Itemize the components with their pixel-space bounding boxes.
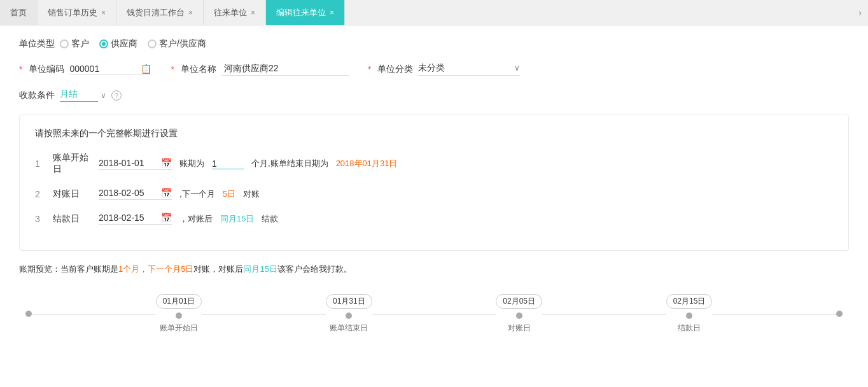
month-input[interactable] xyxy=(212,158,244,169)
period-suffix-3-pre: ，对账后 xyxy=(179,213,213,225)
period-end-date-1: 2018年01月31日 xyxy=(336,158,398,169)
tl-label-3: 对账日 xyxy=(508,323,531,334)
unit-code-label: 单位编码 xyxy=(29,64,64,75)
tab-sales-history-label: 销售订单历史 xyxy=(48,7,97,18)
period-num-2: 2 xyxy=(35,189,45,199)
tab-sales-history[interactable]: 销售订单历史 × xyxy=(38,0,116,25)
tl-node-2: 01月31日 账单结束日 xyxy=(326,294,372,334)
unit-type-label: 单位类型 xyxy=(19,38,55,50)
radio-circle-customer xyxy=(60,39,69,48)
period-num-3: 3 xyxy=(35,214,45,224)
unit-category-value: 未分类 xyxy=(418,62,445,74)
tl-badge-4: 02月15日 xyxy=(666,294,713,309)
period-date-3: 📅 xyxy=(99,213,172,225)
payment-condition-label: 收款条件 xyxy=(19,90,55,101)
radio-both-label: 客户/供应商 xyxy=(159,38,206,50)
tab-cash-work-label: 钱货日清工作台 xyxy=(127,7,185,18)
radio-customer[interactable]: 客户 xyxy=(60,38,89,50)
unit-name-label: 单位名称 xyxy=(181,64,216,75)
tl-dot-3 xyxy=(516,313,522,319)
unit-type-row: 单位类型 客户 供应商 客户/供应商 xyxy=(19,38,849,50)
tab-home[interactable]: 首页 xyxy=(0,0,38,25)
preview-payment: 同月15日 xyxy=(243,264,277,274)
payment-select-wrap[interactable]: 月结 ∨ xyxy=(60,88,106,102)
radio-circle-supplier xyxy=(99,39,108,48)
close-edit-partner[interactable]: × xyxy=(330,8,334,17)
close-partner[interactable]: × xyxy=(251,8,255,17)
tl-line-0 xyxy=(32,314,156,314)
tl-label-1: 账单开始日 xyxy=(160,323,198,334)
payment-condition-group: 收款条件 月结 ∨ ? xyxy=(19,88,122,102)
radio-circle-both xyxy=(148,39,157,48)
payment-condition-row: 收款条件 月结 ∨ ? xyxy=(19,88,849,102)
tl-node-3: 02月05日 对账日 xyxy=(496,294,542,334)
main-content: 单位类型 客户 供应商 客户/供应商 * 单位编码 xyxy=(0,25,868,387)
tl-dot-1 xyxy=(176,313,182,319)
radio-supplier-label: 供应商 xyxy=(111,38,137,50)
preview-reconcile: 下一个月5日 xyxy=(148,264,193,274)
period-field-2: 对账日 xyxy=(53,188,91,200)
unit-code-icon[interactable]: 📋 xyxy=(141,64,151,74)
period-date-1: 📅 xyxy=(99,158,172,170)
tab-partner[interactable]: 往来单位 × xyxy=(204,0,266,25)
period-calendar-3[interactable]: 📅 xyxy=(161,213,172,223)
period-date-2: 📅 xyxy=(99,188,172,200)
period-field-1: 账单开始日 xyxy=(53,152,91,175)
period-suffix-2-highlight: 5日 xyxy=(223,188,235,200)
period-suffix-3-highlight: 同月15日 xyxy=(220,213,254,225)
timeline-line: 01月01日 账单开始日 01月31日 账单结束日 02月05日 对账日 0 xyxy=(25,294,843,334)
unit-type-group: 单位类型 客户 供应商 客户/供应商 xyxy=(19,38,206,50)
tl-end-circle xyxy=(836,311,843,317)
tl-badge-1: 01月01日 xyxy=(156,294,202,309)
period-num-1: 1 xyxy=(35,158,45,169)
tab-edit-partner[interactable]: 编辑往来单位 × xyxy=(266,0,345,25)
tl-end-dot xyxy=(836,311,843,317)
tl-line-1 xyxy=(202,314,326,314)
payment-condition-value: 月结 xyxy=(60,88,98,102)
tab-more-icon: › xyxy=(858,8,862,18)
tl-dot-2 xyxy=(346,313,352,319)
unit-category-group: * 单位分类 未分类 ∨ xyxy=(368,62,520,76)
tl-line-3 xyxy=(542,314,666,314)
close-sales-history[interactable]: × xyxy=(101,8,106,17)
tl-label-2: 账单结束日 xyxy=(330,323,368,334)
close-cash-work[interactable]: × xyxy=(188,8,193,17)
tab-more-button[interactable]: › xyxy=(852,0,868,25)
unit-category-label: 单位分类 xyxy=(377,64,413,75)
unit-code-wrap: 📋 xyxy=(69,64,151,74)
period-suffix-3-post: 结款 xyxy=(262,213,278,225)
tl-start-dot xyxy=(25,311,32,317)
period-suffix-2-post: 对账 xyxy=(243,188,260,200)
period-suffix-2-pre: ,下一个月 xyxy=(179,188,215,200)
period-field-3: 结款日 xyxy=(53,213,91,225)
tl-dot-4 xyxy=(686,313,692,319)
payment-help-icon[interactable]: ? xyxy=(111,90,122,101)
period-date-input-1[interactable] xyxy=(99,158,156,168)
tab-cash-work[interactable]: 钱货日清工作台 × xyxy=(116,0,204,25)
period-calendar-2[interactable]: 📅 xyxy=(161,188,172,198)
unit-type-radios: 客户 供应商 客户/供应商 xyxy=(60,38,206,50)
period-calendar-1[interactable]: 📅 xyxy=(161,158,172,168)
month-input-wrap xyxy=(212,158,244,169)
unit-code-required: * xyxy=(19,64,22,74)
unit-code-input[interactable] xyxy=(69,64,133,74)
preview-mid: 对账，对账后 xyxy=(193,264,243,274)
unit-category-select[interactable]: 未分类 ∨ xyxy=(418,62,520,76)
tl-label-4: 结款日 xyxy=(678,323,701,334)
payment-condition-arrow: ∨ xyxy=(101,91,106,100)
tl-node-1: 01月01日 账单开始日 xyxy=(156,294,202,334)
tl-line-2 xyxy=(372,314,496,314)
tl-node-4: 02月15日 结款日 xyxy=(666,294,713,334)
tl-start-circle xyxy=(25,311,32,317)
unit-name-input[interactable] xyxy=(221,62,349,76)
period-box: 请按照未来的一个完整帐期进行设置 1 账单开始日 📅 账期为 个月,账单结束日期… xyxy=(19,115,849,251)
tl-badge-2: 01月31日 xyxy=(326,294,372,309)
period-date-input-2[interactable] xyxy=(99,188,156,198)
radio-both[interactable]: 客户/供应商 xyxy=(148,38,206,50)
period-date-input-3[interactable] xyxy=(99,213,156,223)
tab-edit-partner-label: 编辑往来单位 xyxy=(276,7,326,18)
period-row-2: 2 对账日 📅 ,下一个月5日 对账 xyxy=(35,188,833,200)
timeline: 01月01日 账单开始日 01月31日 账单结束日 02月05日 对账日 0 xyxy=(19,294,849,334)
radio-customer-label: 客户 xyxy=(71,38,89,50)
radio-supplier[interactable]: 供应商 xyxy=(99,38,137,50)
